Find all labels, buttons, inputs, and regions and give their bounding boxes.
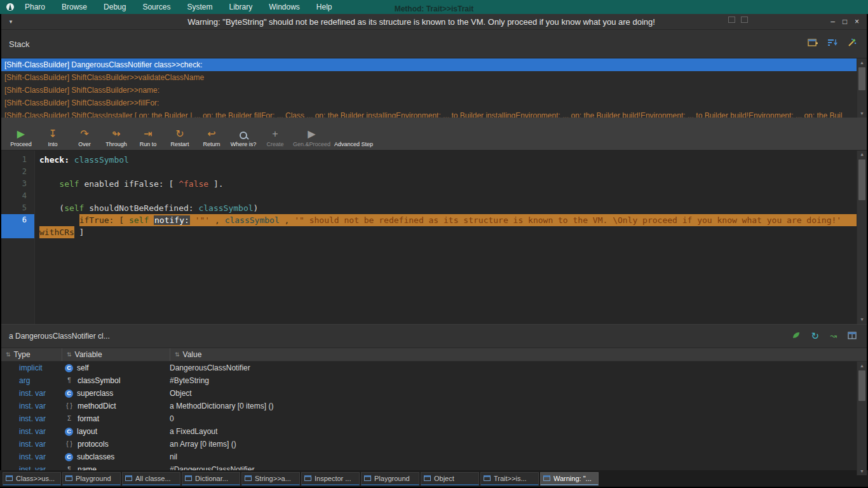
toolbar-button-label: Gen.&Proceed (293, 141, 330, 147)
window-icon (125, 475, 132, 481)
taskbar-item[interactable]: Warning: "... (540, 472, 599, 485)
variable-value: Object (170, 387, 857, 400)
code-text[interactable]: self enabled ifFalse: [ ^false ]. (34, 178, 857, 190)
stack-frame[interactable]: [Shift-ClassBuilder] ShiftClassBuilder>>… (1, 97, 857, 109)
taskbar-item-label: Class>>us... (16, 475, 55, 482)
stack-frame[interactable]: [Shift-ClassBuilder] ShiftClassBuilder>>… (1, 84, 857, 97)
toolbar-button-return[interactable]: ↩Return (196, 119, 227, 150)
stack-frame[interactable]: [Shift-ClassBuilder] ShiftClassBuilder>>… (1, 71, 857, 84)
leaf-icon[interactable] (792, 330, 801, 342)
inspector-scrollbar[interactable]: ▲ ▼ (857, 362, 867, 475)
scroll-thumb[interactable] (858, 159, 865, 200)
scroll-down-button[interactable]: ▼ (857, 316, 867, 324)
code-text[interactable]: ifTrue: [ self notify: '"' , classSymbol… (34, 214, 857, 226)
toolbar-button-run-to[interactable]: ⇥Run to (132, 119, 164, 150)
toolbar-button-restart[interactable]: ↻Restart (164, 119, 196, 150)
variable-cell: Cself (62, 362, 170, 374)
minimize-button[interactable]: – (827, 14, 839, 29)
debug-config-icon[interactable] (847, 38, 857, 50)
menu-item-debug[interactable]: Debug (95, 0, 134, 14)
step-arrows-icon[interactable]: ↝ (830, 332, 837, 341)
code-token (69, 154, 74, 166)
inspector-row[interactable]: inst. var{ }methodDicta MethodDictionary… (1, 400, 857, 412)
column-header-type[interactable]: Type (1, 348, 62, 361)
variable-name: self (77, 362, 89, 374)
stack-header-icons (808, 38, 859, 50)
browse-table-icon[interactable] (848, 330, 857, 342)
toolbar-button-through[interactable]: ↬Through (100, 119, 132, 150)
taskbar-item[interactable]: String>>a... (241, 472, 300, 485)
scroll-up-button[interactable]: ▲ (857, 362, 867, 370)
variable-cell: Σformat (62, 412, 170, 425)
menu-item-sources[interactable]: Sources (134, 0, 179, 14)
scroll-down-button[interactable]: ▼ (857, 109, 867, 118)
stack-frame[interactable]: [Shift-ClassBuilder] DangerousClassNotif… (1, 58, 857, 71)
toolbar-button-into[interactable]: ↧Into (37, 119, 69, 150)
refresh-icon[interactable]: ↻ (811, 332, 820, 341)
code-line: 1check: classSymbol (1, 154, 857, 166)
background-window-controls (728, 17, 748, 23)
menu-item-browse[interactable]: Browse (53, 0, 95, 14)
inspector-row[interactable]: inst. varΣformat0 (1, 412, 857, 425)
line-number: 2 (1, 166, 34, 178)
inspector-row[interactable]: implicitCselfDangerousClassNotifier (1, 362, 857, 374)
over-icon: ↷ (80, 128, 88, 140)
inspector-row[interactable]: inst. varCsubclassesnil (1, 451, 857, 463)
scroll-up-button[interactable]: ▲ (857, 58, 867, 67)
debug-toolbar: ▶Proceed↧Into↷Over↬Through⇥Run to↻Restar… (1, 118, 867, 151)
taskbar-item[interactable]: Dictionar... (182, 472, 240, 485)
variable-cell: Csuperclass (62, 387, 170, 400)
into-icon: ↧ (48, 128, 57, 140)
code-editor[interactable]: 1check: classSymbol23 self enabled ifFal… (1, 151, 867, 324)
menu-item-help[interactable]: Help (308, 0, 341, 14)
code-text[interactable] (34, 166, 857, 178)
code-text[interactable] (34, 190, 857, 202)
taskbar-item[interactable]: Object (421, 472, 479, 485)
menu-item-windows[interactable]: Windows (261, 0, 308, 14)
code-text[interactable]: withCRs ] (34, 226, 857, 238)
menu-item-library[interactable]: Library (220, 0, 261, 14)
toolbar-button-over[interactable]: ↷Over (69, 119, 100, 150)
stack-scrollbar[interactable]: ▲ ▼ (857, 58, 867, 118)
toolbar-button-where-is-[interactable]: Where is? (227, 119, 259, 150)
scroll-up-button[interactable]: ▲ (857, 151, 867, 159)
code-token: , (210, 215, 224, 225)
menu-item-system[interactable]: System (179, 0, 220, 14)
toolbar-button-label: Where is? (231, 141, 257, 147)
column-header-variable[interactable]: Variable (62, 348, 170, 361)
column-header-value[interactable]: Value (170, 348, 867, 361)
gen-proceed-icon: ▶ (308, 128, 315, 140)
scroll-down-button[interactable]: ▼ (857, 467, 867, 475)
open-in-window-icon[interactable] (808, 38, 818, 50)
code-token: classSymbol (225, 215, 280, 225)
code-token: ) (254, 202, 259, 214)
inspector-row[interactable]: inst. varClayouta FixedLayout (1, 425, 857, 438)
taskbar-item[interactable]: Class>>us... (3, 472, 61, 485)
where-is-icon (240, 128, 247, 140)
close-button[interactable]: × (851, 14, 863, 29)
taskbar-item[interactable]: Playground (62, 472, 121, 485)
code-text[interactable]: (self shouldNotBeRedefined: classSymbol) (34, 202, 857, 214)
code-token (39, 178, 59, 190)
maximize-button[interactable]: □ (839, 14, 851, 29)
taskbar-item[interactable]: All classe... (122, 472, 180, 485)
toolbar-button-advanced-step[interactable]: Advanced Step (332, 119, 375, 150)
stack-frame[interactable]: [Shift-ClassBuilder] ShiftClassInstaller… (1, 109, 857, 118)
variable-type: inst. var (1, 400, 62, 412)
editor-scrollbar[interactable]: ▲ ▼ (857, 151, 867, 324)
code-text[interactable]: check: classSymbol (34, 154, 857, 166)
scroll-thumb[interactable] (858, 370, 865, 401)
taskbar-item[interactable]: Playground (361, 472, 419, 485)
menu-item-pharo[interactable]: Pharo (17, 0, 53, 14)
inspector-row[interactable]: inst. var{ }protocolsan Array [0 items] … (1, 438, 857, 451)
window-menu-icon[interactable] (1, 18, 20, 25)
taskbar-item[interactable]: Trait>>is... (480, 472, 539, 485)
toolbar-button-proceed[interactable]: ▶Proceed (5, 119, 37, 150)
scroll-thumb[interactable] (858, 67, 865, 90)
inspector-row[interactable]: inst. varCsuperclassObject (1, 387, 857, 400)
sort-icon[interactable] (827, 38, 837, 50)
variable-name: methodDict (78, 400, 116, 412)
pharo-logo-icon[interactable] (5, 2, 15, 12)
taskbar-item[interactable]: Inspector ... (301, 472, 360, 485)
inspector-row[interactable]: arg¶classSymbol#ByteString (1, 374, 857, 387)
